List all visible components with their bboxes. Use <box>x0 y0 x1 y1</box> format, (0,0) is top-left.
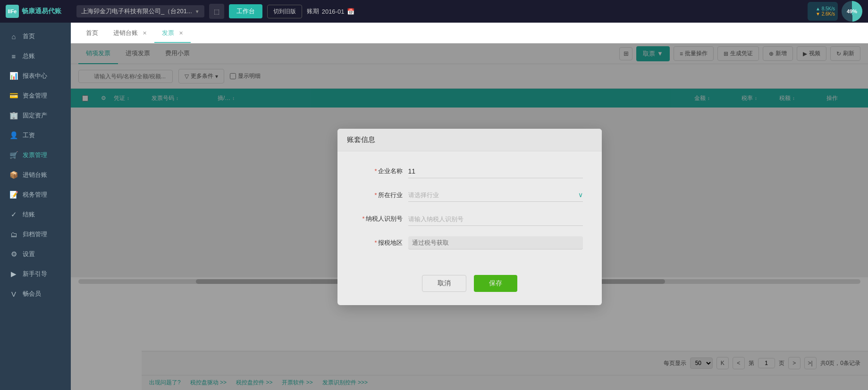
tab-purchase-close[interactable]: ✕ <box>143 30 147 36</box>
modal-body: *企业名称 *所在行业 请选择行业 <box>337 151 602 271</box>
tab-invoice-close[interactable]: ✕ <box>179 30 183 36</box>
sidebar-item-vip[interactable]: V 畅会员 <box>0 284 71 304</box>
modal-overlay: 账套信息 *企业名称 *所在行业 <box>71 43 868 390</box>
sidebar-item-checkout[interactable]: ✓ 结账 <box>0 205 71 224</box>
form-row-tax-region: *报税地区 <box>356 236 583 249</box>
sidebar-item-guide[interactable]: ▶ 新手引导 <box>0 264 71 284</box>
sidebar: ⌂ 首页 ≡ 总账 📊 报表中心 💳 资金管理 🏢 固定资产 👤 工资 🛒 发票… <box>0 23 71 390</box>
sidebar-label-reports: 报表中心 <box>23 72 47 80</box>
modal-title: 账套信息 <box>337 129 602 151</box>
cancel-button[interactable]: 取消 <box>422 275 466 292</box>
ledger-icon: ≡ <box>9 52 18 60</box>
sidebar-item-archive[interactable]: 🗂 归档管理 <box>0 224 71 244</box>
sidebar-label-funds: 资金管理 <box>23 91 47 100</box>
company-name: 上海卯金刀电子科技有限公司_（台201... <box>81 7 192 16</box>
required-star-industry: * <box>374 191 377 199</box>
network-speed: ▲ 8.5K/s ▼ 2.6K/s <box>808 2 838 21</box>
sidebar-item-funds[interactable]: 💳 资金管理 <box>0 86 71 106</box>
account-info-modal: 账套信息 *企业名称 *所在行业 <box>337 129 602 305</box>
tab-invoice-label: 发票 <box>162 29 174 37</box>
industry-select-wrap: 请选择行业 ∨ <box>408 189 583 202</box>
calendar-icon[interactable]: 📅 <box>347 8 354 15</box>
industry-select[interactable]: 请选择行业 <box>408 189 583 201</box>
home-icon: ⌂ <box>9 33 18 41</box>
topbar-right: ▲ 8.5K/s ▼ 2.6K/s 49% <box>808 1 862 22</box>
sidebar-label-invoice: 发票管理 <box>23 151 47 159</box>
sidebar-label-settings: 设置 <box>23 250 35 258</box>
sidebar-item-fixed[interactable]: 🏢 固定资产 <box>0 106 71 125</box>
usage-percent: 49% <box>842 1 862 22</box>
company-name-label: *企业名称 <box>356 167 408 175</box>
funds-icon: 💳 <box>9 91 18 100</box>
sidebar-label-vip: 畅会员 <box>23 290 41 298</box>
sidebar-label-ledger: 总账 <box>23 52 35 60</box>
checkout-icon: ✓ <box>9 210 18 219</box>
sidebar-label-home: 首页 <box>23 32 35 41</box>
form-row-tax-id: *纳税人识别号 <box>356 212 583 226</box>
settings-icon: ⚙ <box>9 250 18 258</box>
copy-icon-btn[interactable]: ⬚ <box>209 4 224 19</box>
sidebar-label-archive: 归档管理 <box>23 230 47 239</box>
required-star-company: * <box>374 167 377 174</box>
tax-icon: 📝 <box>9 191 18 199</box>
sidebar-item-settings[interactable]: ⚙ 设置 <box>0 244 71 264</box>
modal-footer: 取消 保存 <box>337 271 602 305</box>
archive-icon: 🗂 <box>9 231 18 239</box>
tab-purchase-label: 进销台账 <box>113 29 138 37</box>
app-title: 畅康通易代账 <box>22 7 61 16</box>
reports-icon: 📊 <box>9 72 18 80</box>
upload-speed: ▲ 8.5K/s <box>816 6 835 11</box>
sidebar-label-purchase: 进销台账 <box>23 171 47 179</box>
company-name-input[interactable] <box>408 165 583 178</box>
tab-invoice[interactable]: 发票 ✕ <box>154 24 191 43</box>
tax-region-label: *报税地区 <box>356 239 408 247</box>
sidebar-item-reports[interactable]: 📊 报表中心 <box>0 66 71 86</box>
layout: ⌂ 首页 ≡ 总账 📊 报表中心 💳 资金管理 🏢 固定资产 👤 工资 🛒 发票… <box>0 23 868 390</box>
sidebar-item-ledger[interactable]: ≡ 总账 <box>0 46 71 66</box>
app-logo: IIFe 畅康通易代账 <box>6 5 72 18</box>
sidebar-item-invoice[interactable]: 🛒 发票管理 <box>0 145 71 165</box>
main-area: 首页 进销台账 ✕ 发票 ✕ 销项发票 进项发票 费用小 <box>71 23 868 390</box>
tab-home-label: 首页 <box>86 29 98 37</box>
industry-label: *所在行业 <box>356 191 408 199</box>
company-dropdown-arrow: ▼ <box>195 9 200 14</box>
industry-dropdown-arrow: ∨ <box>578 191 583 199</box>
workbench-button[interactable]: 工作台 <box>229 4 262 18</box>
form-row-company: *企业名称 <box>356 165 583 178</box>
tax-id-input[interactable] <box>408 212 583 226</box>
required-star-tax-id: * <box>362 215 364 222</box>
sidebar-item-home[interactable]: ⌂ 首页 <box>0 26 71 46</box>
sidebar-item-salary[interactable]: 👤 工资 <box>0 125 71 145</box>
company-selector[interactable]: 上海卯金刀电子科技有限公司_（台201... ▼ <box>76 5 204 17</box>
content-area: 销项发票 进项发票 费用小票 ⊞ 取票 ▼ ≡ 批量操作 <box>71 43 868 390</box>
sidebar-label-fixed: 固定资产 <box>23 111 47 120</box>
tab-home[interactable]: 首页 <box>78 24 106 43</box>
purchase-icon: 📦 <box>9 171 18 179</box>
form-row-industry: *所在行业 请选择行业 ∨ <box>356 189 583 202</box>
invoice-icon: 🛒 <box>9 151 18 159</box>
download-speed: ▼ 2.6K/s <box>816 11 835 17</box>
sidebar-label-checkout: 结账 <box>23 210 35 219</box>
tab-bar: 首页 进销台账 ✕ 发票 ✕ <box>71 23 868 43</box>
save-button[interactable]: 保存 <box>474 275 517 292</box>
tax-id-label: *纳税人识别号 <box>356 215 408 223</box>
topbar: IIFe 畅康通易代账 上海卯金刀电子科技有限公司_（台201... ▼ ⬚ 工… <box>0 0 868 23</box>
period-value: 2016-01 <box>322 8 345 15</box>
logo-icon: IIFe <box>6 5 19 18</box>
tab-purchase-ledger[interactable]: 进销台账 ✕ <box>106 24 154 43</box>
sidebar-label-salary: 工资 <box>23 131 35 140</box>
period-label: 账期 2016-01 📅 <box>307 7 355 16</box>
required-star-tax-region: * <box>374 239 377 246</box>
tax-region-input <box>408 236 583 249</box>
salary-icon: 👤 <box>9 131 18 140</box>
sidebar-label-tax: 税务管理 <box>23 191 47 199</box>
guide-icon: ▶ <box>9 270 18 278</box>
sidebar-label-guide: 新手引导 <box>23 270 47 278</box>
old-version-button[interactable]: 切到旧版 <box>267 5 302 18</box>
vip-icon: V <box>9 290 18 298</box>
fixed-icon: 🏢 <box>9 111 18 120</box>
sidebar-item-tax[interactable]: 📝 税务管理 <box>0 185 71 205</box>
sidebar-item-purchase[interactable]: 📦 进销台账 <box>0 165 71 185</box>
